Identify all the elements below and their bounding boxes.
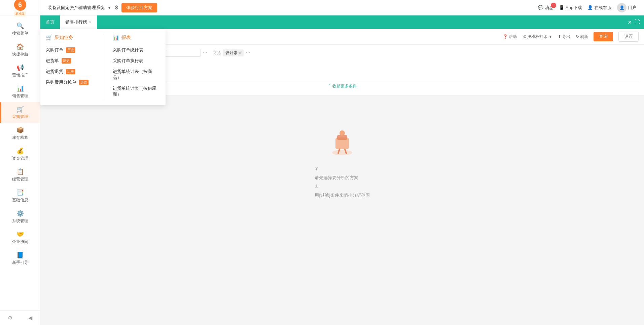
message-btn[interactable]: 💬 消息 5 — [538, 5, 553, 11]
settings-btn[interactable]: 设置 — [618, 32, 639, 42]
export-btn[interactable]: ⬆ 导出 — [558, 34, 570, 40]
section-divider — [103, 34, 103, 100]
history-tag: 历史 — [62, 58, 71, 64]
sidebar-item-label: 新手引导 — [12, 260, 28, 266]
sidebar-item-label: 销售管理 — [12, 93, 28, 99]
purchase-section: 🛒 采购业务 采购订单 历史 进货单 历史 进货退货 历史 采购费用分摊单 历史 — [46, 34, 94, 100]
status-more-btn[interactable]: ··· — [203, 50, 207, 56]
header-middle: 装备及固定资产辅助管理系统 ▼ ⚙ 体验行业方案 — [44, 3, 538, 12]
report-section: 📊 报表 采购订单统计表 采购订单执行表 进货单统计表（按商品） 进货单统计表（… — [113, 34, 160, 100]
dropdown-item-order-stats[interactable]: 采购订单统计表 — [113, 45, 160, 55]
help-btn[interactable]: ❓ 帮助 — [503, 34, 517, 40]
sidebar-item-label: 资金管理 — [12, 156, 28, 161]
sidebar: 6 标准版 🔍 搜索菜单 🏠 快捷导航 📢 营销推广 📊 销售管理 🛒 采购管理… — [0, 0, 40, 325]
refresh-icon: ↻ — [576, 34, 579, 39]
finance-icon: 💰 — [16, 147, 24, 155]
purchase-section-title: 🛒 采购业务 — [46, 34, 94, 41]
history-tag: 历史 — [79, 80, 88, 85]
app-logo-icon: 6 — [14, 0, 26, 11]
sidebar-item-label: 营销推广 — [12, 72, 28, 78]
user-avatar: 👤 — [617, 3, 627, 12]
svg-point-0 — [332, 150, 352, 155]
svg-rect-2 — [337, 135, 347, 140]
message-icon: 💬 — [538, 5, 543, 10]
inventory-icon: 📦 — [16, 126, 24, 134]
product-label: 商品 — [213, 50, 221, 56]
tab-home[interactable]: 首页 — [40, 15, 60, 29]
industry-btn[interactable]: 体验行业方案 — [121, 3, 157, 12]
print-btn[interactable]: 🖨 按模板打印 ▼ — [522, 34, 552, 40]
product-tag: 设计素 × — [223, 49, 244, 56]
status-select[interactable] — [160, 49, 201, 57]
dropdown-item-purchase-order[interactable]: 采购订单 历史 — [46, 45, 94, 55]
sidebar-item-label: 系统管理 — [12, 218, 28, 224]
basic-info-icon: 📑 — [16, 189, 24, 196]
sales-icon: 📊 — [16, 85, 24, 92]
print-dropdown-icon: ▼ — [548, 34, 552, 39]
sidebar-item-label: 搜索菜单 — [12, 31, 28, 36]
sidebar-item-label: 经营管理 — [12, 176, 28, 182]
product-more-btn[interactable]: ··· — [246, 50, 250, 56]
sidebar-item-sales[interactable]: 📊 销售管理 — [0, 81, 40, 102]
top-header: 装备及固定资产辅助管理系统 ▼ ⚙ 体验行业方案 💬 消息 5 📱 App下载 … — [40, 0, 644, 15]
sidebar-item-guide[interactable]: 📘 新手引导 — [0, 248, 40, 269]
sidebar-settings-btn[interactable]: ⚙ — [8, 315, 12, 321]
sidebar-item-label: 快捷导航 — [12, 51, 28, 57]
sidebar-item-inventory[interactable]: 📦 库存核算 — [0, 123, 40, 144]
dropdown-sections: 🛒 采购业务 采购订单 历史 进货单 历史 进货退货 历史 采购费用分摊单 历史 — [46, 34, 160, 100]
sidebar-bottom: ⚙ ◀ — [0, 310, 40, 325]
header-right: 💬 消息 5 📱 App下载 👤 在线客服 👤 用户 — [538, 3, 637, 12]
phone-icon: 📱 — [559, 5, 564, 10]
sidebar-item-label: 企业协同 — [12, 239, 28, 245]
service-icon: 👤 — [587, 5, 593, 10]
sidebar-item-system[interactable]: ⚙️ 系统管理 — [0, 206, 40, 227]
sidebar-item-operation[interactable]: 📋 经营管理 — [0, 165, 40, 186]
online-service-btn[interactable]: 👤 在线客服 — [587, 5, 612, 11]
empty-text: ① 请先选择要分析的方案 ② 用[过滤]条件来缩小分析范围 — [315, 165, 369, 200]
operation-icon: 📋 — [16, 168, 24, 175]
sidebar-item-marketing[interactable]: 📢 营销推广 — [0, 60, 40, 81]
report-section-title: 📊 报表 — [113, 34, 160, 41]
guide-icon: 📘 — [16, 251, 24, 259]
product-tag-close[interactable]: × — [239, 51, 241, 55]
dropdown-item-goods-return[interactable]: 进货退货 历史 — [46, 66, 94, 77]
home-icon: 🏠 — [16, 43, 24, 50]
sidebar-item-quick-nav[interactable]: 🏠 快捷导航 — [0, 40, 40, 60]
dropdown-item-purchase-fee[interactable]: 采购费用分摊单 历史 — [46, 77, 94, 88]
dropdown-item-order-execution[interactable]: 采购订单执行表 — [113, 55, 160, 66]
query-btn[interactable]: 查询 — [594, 32, 613, 41]
marketing-icon: 📢 — [16, 64, 24, 71]
sidebar-logo: 6 标准版 — [0, 0, 40, 15]
sidebar-item-purchase[interactable]: 🛒 采购管理 — [0, 102, 40, 123]
purchase-section-icon: 🛒 — [46, 34, 52, 41]
tab-bar: 首页 销售排行榜 × ✕ ⛶ — [40, 15, 644, 29]
search-icon: 🔍 — [16, 22, 24, 30]
tab-close-all-btn[interactable]: ✕ — [628, 19, 632, 26]
sidebar-item-enterprise[interactable]: 🤝 企业协同 — [0, 227, 40, 248]
refresh-btn[interactable]: ↻ 刷新 — [576, 34, 588, 40]
export-icon: ⬆ — [558, 34, 561, 39]
purchase-dropdown-menu: 🛒 采购业务 采购订单 历史 进货单 历史 进货退货 历史 采购费用分摊单 历史 — [40, 29, 166, 105]
tab-sales-ranking[interactable]: 销售排行榜 × — [60, 15, 97, 29]
sidebar-collapse-btn[interactable]: ◀ — [28, 315, 32, 321]
tab-close-btn[interactable]: × — [89, 20, 92, 25]
print-icon: 🖨 — [522, 34, 526, 39]
sidebar-item-basic-info[interactable]: 📑 基础信息 — [0, 186, 40, 206]
system-icon: ⚙️ — [16, 210, 24, 217]
sidebar-item-label: 采购管理 — [12, 114, 28, 120]
tab-expand-btn[interactable]: ⛶ — [635, 19, 640, 25]
tab-bar-right: ✕ ⛶ — [628, 19, 644, 26]
report-section-icon: 📊 — [113, 34, 119, 41]
system-dropdown-btn[interactable]: ▼ — [107, 5, 111, 10]
product-filter: 商品 设计素 × ··· — [213, 49, 250, 56]
dropdown-item-goods-in[interactable]: 进货单 历史 — [46, 55, 94, 66]
user-menu-btn[interactable]: 👤 用户 — [617, 3, 637, 12]
dropdown-item-goods-stats-supplier[interactable]: 进货单统计表（按供应商） — [113, 83, 160, 100]
app-download-btn[interactable]: 📱 App下载 — [559, 5, 582, 11]
purchase-icon: 🛒 — [16, 106, 24, 113]
gear-btn[interactable]: ⚙ — [114, 4, 119, 11]
sidebar-item-finance[interactable]: 💰 资金管理 — [0, 144, 40, 165]
history-tag: 历史 — [66, 47, 75, 53]
dropdown-item-goods-stats-product[interactable]: 进货单统计表（按商品） — [113, 66, 160, 83]
sidebar-item-search[interactable]: 🔍 搜索菜单 — [0, 19, 40, 40]
